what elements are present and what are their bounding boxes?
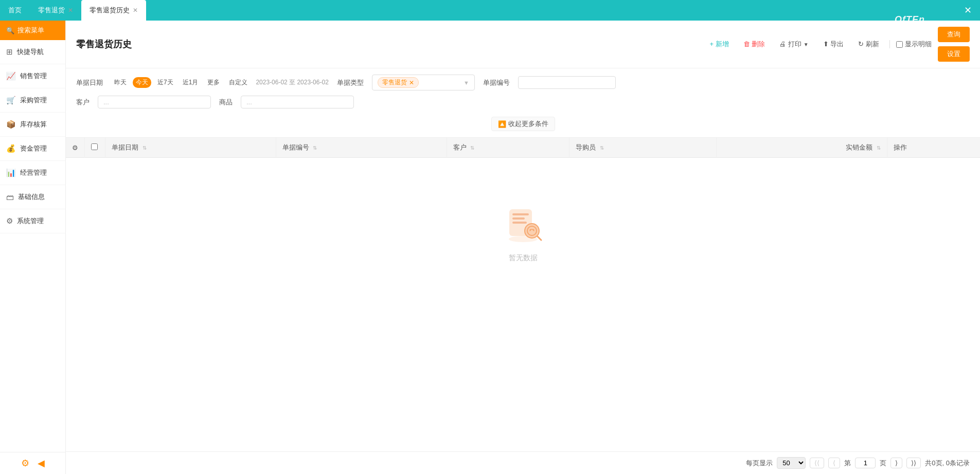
date-opt-custom[interactable]: 自定义 [226,77,251,88]
tab-home[interactable]: 首页 [0,0,30,21]
finance-icon: 💰 [6,144,16,153]
customer-filter-label: 客户 [76,98,90,107]
th-customer[interactable]: 客户 ⇅ [447,138,569,158]
filter-row-1: 单据日期 昨天 今天 近7天 近1月 更多 自定义 2023-06-02 至 2… [76,75,970,90]
table-settings-icon[interactable]: ⚙ [72,144,78,152]
per-page-label: 每页显示 [746,459,773,468]
tag-close-icon[interactable]: ✕ [409,79,414,86]
th-settings[interactable]: ⚙ [66,138,85,158]
settings-bottom-icon[interactable]: ⚙ [21,458,29,469]
collapse-sidebar-icon[interactable]: ◀ [38,458,45,469]
tab-retail-return-history-close[interactable]: ✕ [133,7,138,14]
date-opt-1month[interactable]: 近1月 [180,77,202,88]
empty-state-cell: 暂无数据 [66,158,980,304]
sidebar-menu: ⊞ 快捷导航 📈 销售管理 🛒 采购管理 📦 库存核算 💰 资金管理 📊 [0,40,65,452]
empty-illustration [500,199,546,245]
date-opt-7days[interactable]: 近7天 [154,77,176,88]
top-bar: 首页 零售退货 ✕ 零售退货历史 ✕ OfTEn ✕ [0,0,980,21]
svg-line-7 [538,236,541,240]
goods-filter-input[interactable] [241,96,354,108]
data-table: ⚙ 单据日期 ⇅ 单据编号 ⇅ [66,138,980,304]
type-filter-label: 单据类型 [337,78,364,87]
settings-button[interactable]: 设置 [938,46,970,62]
last-page-button[interactable]: ⟩⟩ [906,458,921,468]
content-area: 零售退货历史 + 新增 🗑 删除 🖨 打印 ▼ ⬆ 导出 ↻ 刷新 显示明细 查… [66,21,980,474]
th-date[interactable]: 单据日期 ⇅ [105,138,276,158]
sales-icon: 📈 [6,71,16,81]
per-page-select[interactable]: 50 10 20 100 [777,457,806,469]
type-filter-select[interactable]: 零售退货 ✕ ▼ [372,75,475,90]
sidebar-item-purchase[interactable]: 🛒 采购管理 [0,88,65,113]
print-button[interactable]: 🖨 打印 ▼ [775,38,813,51]
delete-button[interactable]: 🗑 删除 [739,38,770,51]
export-button[interactable]: ⬆ 导出 [819,38,848,51]
refresh-button[interactable]: ↻ 刷新 [854,38,883,51]
main-layout: 🔍 搜索菜单 ⊞ 快捷导航 📈 销售管理 🛒 采购管理 📦 库存核算 💰 [0,21,980,474]
first-page-button[interactable]: ⟨⟨ [810,458,824,468]
filter-area: 单据日期 昨天 今天 近7天 近1月 更多 自定义 2023-06-02 至 2… [66,68,980,138]
empty-state: 暂无数据 [66,158,980,304]
sidebar-bottom: ⚙ ◀ [0,452,65,474]
tab-retail-return-history[interactable]: 零售退货历史 ✕ [81,0,146,21]
th-actions: 操作 [887,138,980,158]
number-sort-icon: ⇅ [313,145,317,151]
customer-filter-input[interactable] [98,96,211,108]
date-opt-today[interactable]: 今天 [133,77,151,88]
type-tag: 零售退货 ✕ [378,77,419,88]
collapse-button[interactable]: 🔼 收起更多条件 [491,117,555,131]
th-checkbox[interactable] [85,138,105,158]
pagination: 每页显示 50 10 20 100 ⟨⟨ ⟨ 第 页 ⟩ ⟩⟩ 共0页, 0条记… [66,451,980,474]
next-page-button[interactable]: ⟩ [890,458,902,468]
svg-point-8 [529,229,531,231]
page-unit: 页 [880,459,886,468]
th-guide[interactable]: 导购员 ⇅ [569,138,716,158]
number-filter-input[interactable] [518,76,616,89]
empty-state-row: 暂无数据 [66,158,980,304]
svg-rect-3 [512,217,525,220]
query-button[interactable]: 查询 [938,27,970,42]
page-number-input[interactable] [855,458,876,468]
sidebar-item-basic-info[interactable]: 🗃 基础信息 [0,185,65,209]
tab-retail-return[interactable]: 零售退货 ✕ [30,0,81,21]
sidebar-item-system[interactable]: ⚙ 系统管理 [0,209,65,233]
th-amount[interactable]: 实销金额 ⇅ [716,138,887,158]
tab-retail-return-close[interactable]: ✕ [68,7,73,14]
window-close-button[interactable]: ✕ [956,5,980,16]
sidebar-item-finance[interactable]: 💰 资金管理 [0,137,65,161]
collapse-row: 🔼 收起更多条件 [76,114,970,131]
sidebar-item-sales[interactable]: 📈 销售管理 [0,64,65,88]
inventory-icon: 📦 [6,120,16,129]
header-actions: + 新增 🗑 删除 🖨 打印 ▼ ⬆ 导出 ↻ 刷新 显示明细 查询 设置 [705,27,970,62]
select-dropdown-icon: ▼ [464,80,469,86]
amount-sort-icon: ⇅ [877,145,881,151]
search-icon: 🔍 [6,27,14,34]
basic-info-icon: 🗃 [6,193,14,202]
sidebar-item-shortcuts[interactable]: ⊞ 快捷导航 [0,40,65,64]
empty-text: 暂无数据 [509,253,538,263]
prev-page-button[interactable]: ⟨ [828,458,840,468]
page-title: 零售退货历史 [76,38,132,50]
sidebar-item-inventory[interactable]: 📦 库存核算 [0,113,65,137]
sidebar-search[interactable]: 🔍 搜索菜单 [0,21,65,40]
date-opt-yesterday[interactable]: 昨天 [111,77,130,88]
date-sort-icon: ⇅ [142,145,147,151]
th-number[interactable]: 单据编号 ⇅ [276,138,447,158]
date-opt-more[interactable]: 更多 [204,77,223,88]
show-detail-checkbox[interactable] [896,41,903,48]
page-label: 第 [844,459,851,468]
select-all-checkbox[interactable] [91,143,98,150]
show-detail-checkbox-label[interactable]: 显示明细 [896,40,932,49]
sidebar-item-operations[interactable]: 📊 经营管理 [0,161,65,185]
purchase-icon: 🛒 [6,96,16,105]
svg-point-9 [532,229,534,231]
operations-icon: 📊 [6,168,16,177]
customer-sort-icon: ⇅ [470,145,474,151]
shortcuts-icon: ⊞ [6,47,13,57]
new-button[interactable]: + 新增 [705,38,733,51]
page-header: 零售退货历史 + 新增 🗑 删除 🖨 打印 ▼ ⬆ 导出 ↻ 刷新 显示明细 查… [66,21,980,68]
tab-bar: 首页 零售退货 ✕ 零售退货历史 ✕ [0,0,956,21]
total-label: 共0页, 0条记录 [925,459,970,468]
print-dropdown-icon[interactable]: ▼ [804,42,809,47]
table-body: 暂无数据 [66,158,980,304]
divider [889,40,890,48]
